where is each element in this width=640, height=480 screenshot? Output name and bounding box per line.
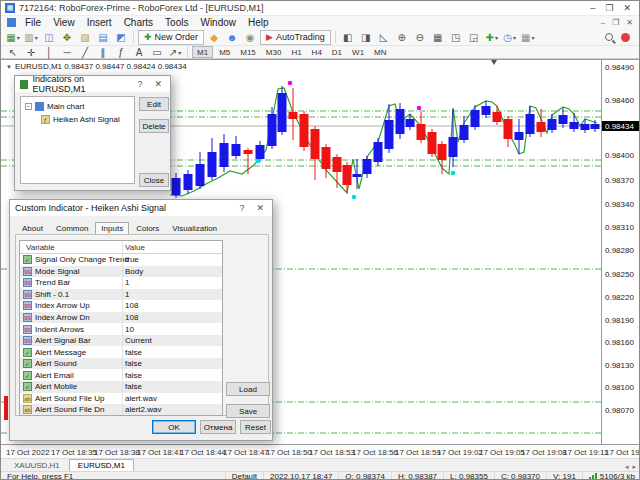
input-value[interactable]: 10 bbox=[125, 325, 134, 334]
templates-button[interactable]: ▦▾ bbox=[520, 30, 536, 45]
input-row[interactable]: 99Mode SignalBody bbox=[20, 266, 222, 278]
period-button[interactable]: ◷▾ bbox=[502, 30, 518, 45]
timeframe-mn[interactable]: MN bbox=[370, 46, 390, 58]
input-row[interactable]: ✓Alert Mobilefalse bbox=[20, 381, 222, 393]
input-row[interactable]: abAlert Sound File Dnalert2.wav bbox=[20, 404, 222, 416]
chart-shift-button[interactable]: ◫ bbox=[41, 30, 57, 45]
auto-scroll-button[interactable]: ✥ bbox=[59, 30, 75, 45]
close-icon[interactable]: ✕ bbox=[154, 79, 162, 89]
input-row[interactable]: 99Index Arrow Dn108 bbox=[20, 312, 222, 324]
label-tool[interactable]: ▭ bbox=[149, 45, 165, 60]
input-value[interactable]: Current bbox=[125, 336, 152, 345]
delete-button[interactable]: Delete bbox=[139, 119, 169, 133]
chart-tab-xauusd-h1[interactable]: XAUUSD,H1 bbox=[5, 459, 69, 471]
edit-button[interactable]: Edit bbox=[139, 97, 169, 111]
input-row[interactable]: ✓Alert Messagefalse bbox=[20, 346, 222, 358]
tree-item-main-chart[interactable]: − Main chart bbox=[25, 102, 84, 111]
input-row[interactable]: 99Indent Arrows10 bbox=[20, 323, 222, 335]
account-button[interactable]: ☻ bbox=[224, 30, 240, 45]
trendline-tool[interactable]: ╱ bbox=[77, 45, 93, 60]
timeframe-d1[interactable]: D1 bbox=[328, 46, 346, 58]
input-value[interactable]: true bbox=[125, 255, 139, 264]
menu-view[interactable]: View bbox=[47, 17, 81, 28]
chart-tab-eurusd-m1[interactable]: EURUSD,M1 bbox=[69, 459, 134, 471]
search-icon[interactable] bbox=[605, 33, 613, 41]
deposit-button[interactable]: ◆ bbox=[206, 30, 222, 45]
text-tool[interactable]: A bbox=[131, 45, 147, 60]
input-value[interactable]: false bbox=[125, 348, 142, 357]
bar-chart-button[interactable]: ◧ bbox=[340, 30, 356, 45]
channel-tool[interactable]: ∥ bbox=[95, 45, 111, 60]
timeframe-m15[interactable]: M15 bbox=[236, 46, 260, 58]
line-chart-button[interactable]: ◺ bbox=[376, 30, 392, 45]
price-axis[interactable]: 0.984900.984600.984000.983700.983400.983… bbox=[601, 59, 640, 445]
input-value[interactable]: 108 bbox=[125, 313, 138, 322]
timeframe-m1[interactable]: M1 bbox=[192, 46, 213, 58]
help-button[interactable]: ? bbox=[137, 79, 142, 89]
title-bar[interactable]: ▦ 7172164: RoboForex-Prime - RoboForex L… bbox=[1, 1, 640, 16]
data-window-button[interactable]: ◩ bbox=[113, 30, 129, 45]
add-indicator-button[interactable]: ✚▾ bbox=[484, 30, 500, 45]
tab-visualization[interactable]: Visualization bbox=[166, 221, 223, 235]
tab-common[interactable]: Common bbox=[50, 221, 94, 235]
menu-charts[interactable]: Charts bbox=[118, 17, 159, 28]
indicators-list[interactable]: − Main chart ƒ Heiken Ashi Signal bbox=[20, 96, 135, 184]
chevron-down-icon[interactable]: ▼ bbox=[6, 64, 12, 70]
tree-item-heiken-ashi-signal[interactable]: ƒ Heiken Ashi Signal bbox=[41, 115, 120, 124]
input-value[interactable]: 1 bbox=[125, 278, 129, 287]
new-chart-button[interactable]: ▦▾ bbox=[5, 30, 21, 45]
reset-button[interactable]: Reset bbox=[240, 420, 271, 434]
inputs-table[interactable]: Variable Value ✓Signal Only Change Trend… bbox=[19, 240, 223, 416]
time-axis[interactable]: 17 Oct 202217 Oct 18:3517 Oct 18:3817 Oc… bbox=[1, 445, 640, 459]
history-center-button[interactable]: ▨ bbox=[77, 30, 93, 45]
ok-button[interactable]: OK bbox=[152, 420, 196, 434]
load-button[interactable]: Load bbox=[226, 382, 270, 396]
help-button[interactable]: ? bbox=[239, 203, 244, 213]
child-close-button[interactable]: ✕ bbox=[626, 18, 633, 27]
input-row[interactable]: abAlert Sound File Upalert.wav bbox=[20, 393, 222, 405]
restore-button[interactable]: ❐ bbox=[605, 3, 613, 13]
input-row[interactable]: 99Index Arrow Up108 bbox=[20, 300, 222, 312]
zoom-out-button[interactable]: ⊖ bbox=[412, 30, 428, 45]
tab-scroll-left-icon[interactable]: ◂ bbox=[625, 463, 629, 471]
tab-about[interactable]: About bbox=[16, 221, 49, 235]
input-value[interactable]: 108 bbox=[125, 301, 138, 310]
zoom-in-button[interactable]: ⊕ bbox=[394, 30, 410, 45]
notifications-icon[interactable] bbox=[621, 33, 630, 42]
menu-help[interactable]: Help bbox=[242, 17, 275, 28]
indicators-dialog-titlebar[interactable]: Indicators on EURUSD,M1 ? ✕ bbox=[15, 76, 170, 92]
input-value[interactable]: Body bbox=[125, 267, 143, 276]
fibonacci-tool[interactable]: ƒ bbox=[113, 45, 129, 60]
arrows-tool[interactable]: ↗▾ bbox=[167, 45, 183, 60]
input-row[interactable]: ✓Alert Emailfalse bbox=[20, 369, 222, 381]
candle-chart-button[interactable]: ◨ bbox=[358, 30, 374, 45]
tab-colors[interactable]: Colors bbox=[130, 221, 165, 235]
close-button[interactable]: Close bbox=[139, 173, 169, 187]
menu-tools[interactable]: Tools bbox=[159, 17, 194, 28]
child-minimize-button[interactable]: – bbox=[601, 18, 605, 27]
input-row[interactable]: ✓Signal Only Change Trendtrue bbox=[20, 254, 222, 266]
web-trading-button[interactable]: ◉ bbox=[242, 30, 258, 45]
cursor-tool[interactable]: ↖ bbox=[5, 45, 21, 60]
input-row[interactable]: 99Trend Bar1 bbox=[20, 277, 222, 289]
market-watch-button[interactable]: ▤ bbox=[95, 30, 111, 45]
input-value[interactable]: false bbox=[125, 359, 142, 368]
horizontal-line-tool[interactable]: ─ bbox=[59, 45, 75, 60]
timeframe-w1[interactable]: W1 bbox=[348, 46, 368, 58]
new-order-button[interactable]: ✚New Order bbox=[138, 30, 204, 45]
timeframe-m5[interactable]: M5 bbox=[215, 46, 234, 58]
profiles-button[interactable]: ▥▾ bbox=[23, 30, 39, 45]
input-row[interactable]: 99Shift - 0.11 bbox=[20, 289, 222, 301]
timeframe-h4[interactable]: H4 bbox=[308, 46, 326, 58]
tile-windows-button[interactable]: ▦ bbox=[430, 30, 446, 45]
close-button[interactable]: ✕ bbox=[623, 3, 631, 13]
custom-indicator-dialog-titlebar[interactable]: Custom Indicator - Heiken Ashi Signal ? … bbox=[10, 200, 272, 216]
autotrading-button[interactable]: ▶AutoTrading bbox=[260, 30, 331, 45]
vertical-line-tool[interactable]: │ bbox=[41, 45, 57, 60]
save-button[interactable]: Save bbox=[226, 404, 270, 418]
input-value[interactable]: false bbox=[125, 371, 142, 380]
input-row[interactable]: ✓Alert Soundfalse bbox=[20, 358, 222, 370]
minimize-button[interactable]: – bbox=[590, 3, 595, 13]
cancel-button[interactable]: Отмена bbox=[200, 420, 236, 434]
input-row[interactable]: 99Alert Signal BarCurrent bbox=[20, 335, 222, 347]
